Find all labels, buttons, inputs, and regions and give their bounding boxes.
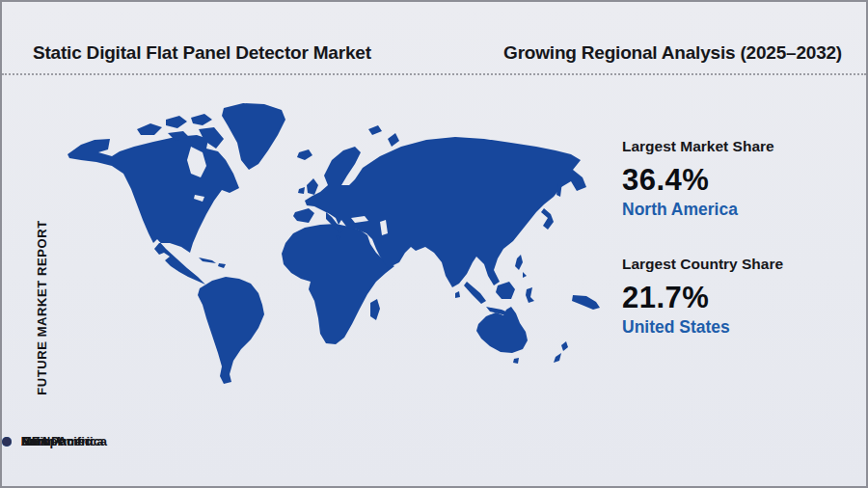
stat-label: Largest Country Share	[622, 256, 783, 274]
island-new-guinea	[572, 295, 600, 310]
dotted-divider	[2, 73, 866, 75]
stat-label: Largest Market Share	[622, 138, 774, 156]
world-map	[62, 96, 602, 393]
brand-watermark: FUTURE MARKET REPORT	[35, 220, 49, 395]
stat-value: 36.4%	[622, 163, 774, 198]
islands-new-zealand	[554, 341, 568, 363]
stat-value: 21.7%	[622, 281, 783, 315]
legend-dot	[2, 437, 12, 447]
islands-british	[298, 178, 318, 195]
stat-region: United States	[622, 317, 783, 338]
peninsula-iberia	[293, 208, 314, 223]
continent-south-america	[198, 277, 264, 384]
island-iceland	[297, 149, 312, 160]
islands-indonesia	[464, 282, 534, 315]
islands-arctic-russia	[368, 125, 399, 147]
islands-caribbean	[199, 258, 226, 268]
continent-australia	[476, 307, 528, 364]
stat-region: North America	[622, 200, 774, 220]
island-sri-lanka	[455, 291, 460, 298]
islands-philippines	[515, 255, 527, 278]
infographic-frame: Static Digital Flat Panel Detector Marke…	[0, 0, 868, 488]
stat-largest-country-share: Largest Country Share 21.7% United State…	[622, 256, 783, 338]
title-analysis-range: Growing Regional Analysis (2025–2032)	[503, 42, 842, 64]
title-market-name: Static Digital Flat Panel Detector Marke…	[33, 42, 371, 64]
continents	[68, 103, 600, 384]
page-title: Static Digital Flat Panel Detector Marke…	[33, 42, 842, 64]
stat-largest-market-share: Largest Market Share 36.4% North America	[622, 138, 774, 220]
continent-greenland	[222, 103, 285, 170]
legend-label: North America	[21, 434, 107, 448]
legend-item-north-america: North America	[2, 434, 107, 448]
island-madagascar	[370, 299, 380, 320]
